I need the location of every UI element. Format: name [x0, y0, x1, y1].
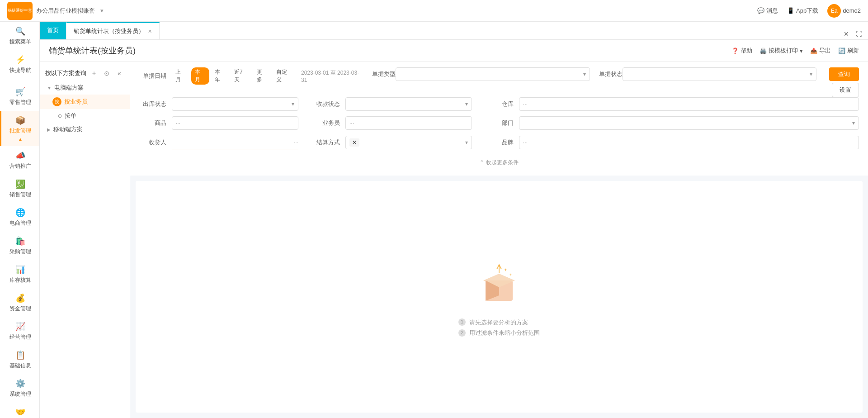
tab-home[interactable]: 首页 [40, 22, 66, 39]
sidebar-item-label: 电商管理 [9, 219, 31, 227]
empty-state: ✦ ✦ 1 请先选择要分析的方案 [136, 181, 863, 413]
export-icon: 📤 [810, 48, 817, 54]
date-range-display: 2023-03-01 至 2023-03-31 [301, 69, 363, 83]
dept-select[interactable]: ▾ [519, 116, 859, 130]
filter-row-1: 单据日期 上月 本月 本年 近7天 更多 自定义 2023-03-01 至 20… [139, 67, 859, 97]
app-download-button[interactable]: 📱 App下载 [787, 7, 818, 15]
payment-status-chevron-icon: ▾ [465, 101, 468, 107]
action-buttons: 查询 设置 [829, 67, 859, 97]
message-button[interactable]: 💬 消息 [757, 7, 778, 15]
doc-status-select[interactable]: ▾ [623, 67, 816, 81]
collapse-arrow-icon: ⌃ [480, 159, 486, 166]
sidebar-item-basic[interactable]: 📋 基础信息 [0, 346, 39, 374]
goods-select[interactable]: ··· [172, 116, 298, 130]
tree-expand-icon: ▶ [47, 127, 51, 132]
sidebar-item-marketing[interactable]: 📣 营销推广 [0, 146, 39, 175]
date-tab-this-year[interactable]: 本年 [211, 67, 229, 85]
tree-expand-icon: ▼ [47, 86, 52, 90]
sidebar-item-label: 库存核算 [9, 276, 31, 284]
sales-stat-tab-label: 销货单统计表（按业务员） [74, 27, 144, 35]
sidebar-item-label: 基础信息 [9, 362, 31, 370]
empty-steps: 1 请先选择要分析的方案 2 用过滤条件来缩小分析范围 [458, 317, 540, 338]
left-panel-title: 按以下方案查询 [45, 69, 86, 77]
svg-text:✦: ✦ [509, 273, 512, 277]
print-button[interactable]: 🖨️ 按模板打印 ▾ [760, 47, 803, 55]
tree-section-label: 移动端方案 [53, 125, 83, 133]
sidebar-item-quick-nav[interactable]: ⚡ 快捷导航 [0, 50, 39, 79]
doc-type-chevron-icon: ▾ [583, 71, 586, 77]
home-tab-label: 首页 [47, 26, 59, 34]
staff-select[interactable]: ··· [345, 116, 472, 130]
out-status-select[interactable]: ▾ [172, 97, 298, 111]
sidebar-item-finance[interactable]: 💰 资金管理 [0, 289, 39, 317]
refresh-icon: 🔄 [838, 48, 845, 54]
finance-icon: 💰 [15, 293, 25, 303]
consignee-more-icon: ··· [294, 139, 298, 145]
tab-close-icon[interactable]: ✕ [148, 28, 152, 34]
settlement-label: 结算方式 [313, 138, 340, 147]
doc-type-select[interactable]: ▾ [396, 67, 590, 81]
settlement-select[interactable]: ✕ ▾ [345, 136, 472, 149]
sidebar-item-label: 搜索菜单 [9, 38, 31, 46]
page-content: 销货单统计表(按业务员) ❓ 帮助 🖨️ 按模板打印 ▾ 📤 导出 [40, 40, 868, 418]
payment-status-select[interactable]: ▾ [345, 97, 472, 111]
sidebar-item-retail[interactable]: 🛒 零售管理 [0, 82, 39, 111]
date-tabs: 上月 本月 本年 近7天 更多 自定义 2023-03-01 至 2023-03… [172, 67, 363, 85]
ecommerce-icon: 🌐 [15, 208, 25, 218]
settings-button[interactable]: 设置 [832, 83, 859, 97]
out-status-label: 出库状态 [139, 100, 166, 108]
empty-step-2: 2 用过滤条件来缩小分析范围 [458, 328, 540, 338]
marketing-icon: 📣 [15, 151, 25, 161]
date-tab-more[interactable]: 更多 [253, 67, 271, 85]
tree-pc-section[interactable]: ▼ 电脑端方案 [40, 81, 130, 95]
date-tab-this-month[interactable]: 本月 [191, 67, 209, 85]
export-button[interactable]: 📤 导出 [810, 47, 831, 55]
tree-item-by-order[interactable]: ⊕ 按单 [40, 109, 130, 123]
refresh-button[interactable]: 🔄 刷新 [838, 47, 859, 55]
user-menu[interactable]: Ea demo2 [827, 4, 861, 18]
consignee-input[interactable] [172, 135, 294, 149]
doc-status-group: 单据状态 ▾ [595, 67, 816, 81]
sidebar-item-sales[interactable]: 💹 销售管理 [0, 175, 39, 203]
settings-scheme-button[interactable]: ⊙ [102, 68, 112, 78]
tree-item-by-staff[interactable]: 按 按业务员 [40, 95, 130, 109]
date-tab-7days[interactable]: 近7天 [231, 67, 251, 85]
sidebar-item-enterprise[interactable]: 🤝 企业协同 [0, 403, 39, 418]
settlement-tag-close[interactable]: ✕ [352, 139, 357, 146]
sales-icon: 💹 [15, 179, 25, 189]
help-button[interactable]: ❓ 帮助 [731, 47, 752, 55]
date-tab-custom[interactable]: 自定义 [273, 67, 296, 85]
goods-label: 商品 [139, 119, 166, 127]
sidebar-item-label: 营销推广 [9, 162, 31, 170]
sidebar-item-purchase[interactable]: 🛍️ 采购管理 [0, 232, 39, 260]
warehouse-select[interactable]: ··· [519, 97, 859, 111]
page-title: 销货单统计表(按业务员) [49, 45, 136, 62]
settlement-chevron-icon: ▾ [465, 139, 468, 146]
filter-panel: 单据日期 上月 本月 本年 近7天 更多 自定义 2023-03-01 至 20… [130, 62, 868, 176]
message-icon: 💬 [757, 7, 764, 14]
maximize-button[interactable]: ⛶ [854, 28, 864, 39]
step-2-num: 2 [458, 329, 466, 337]
goods-more-icon: ··· [176, 120, 180, 126]
refresh-label: 刷新 [847, 47, 859, 55]
doc-status-chevron-icon: ▾ [810, 71, 812, 77]
tree-mobile-section[interactable]: ▶ 移动端方案 [40, 123, 130, 136]
collapse-panel-button[interactable]: « [114, 68, 124, 78]
collapse-bar[interactable]: ⌃ 收起更多条件 [139, 155, 859, 170]
sidebar-item-search-menu[interactable]: 🔍 搜索菜单 [0, 22, 39, 50]
date-tab-last-month[interactable]: 上月 [172, 67, 189, 85]
brand-select[interactable]: ··· [519, 136, 859, 149]
tab-sales-stat[interactable]: 销货单统计表（按业务员） ✕ [66, 22, 160, 39]
sidebar-item-operations[interactable]: 📈 经营管理 [0, 317, 39, 346]
sidebar-item-ecommerce[interactable]: 🌐 电商管理 [0, 203, 39, 232]
query-button[interactable]: 查询 [829, 67, 859, 81]
close-tab-button[interactable]: ✕ [841, 28, 852, 39]
sidebar-item-wholesale[interactable]: 📦 批发管理 ▲ [0, 111, 39, 146]
consignee-label: 收货人 [139, 138, 166, 147]
sidebar-item-inventory[interactable]: 📊 库存核算 [0, 260, 39, 289]
app-download-label: App下载 [796, 7, 818, 15]
left-panel-header: 按以下方案查询 ＋ ⊙ « [40, 66, 130, 81]
sidebar-item-system[interactable]: ⚙️ 系统管理 [0, 374, 39, 403]
purchase-icon: 🛍️ [15, 236, 25, 246]
add-scheme-button[interactable]: ＋ [89, 68, 99, 78]
